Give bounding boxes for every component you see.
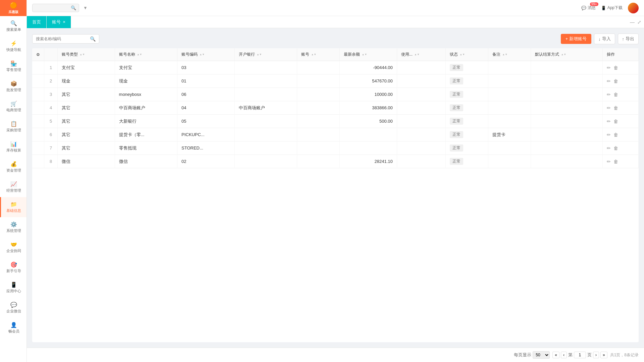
col-account-name[interactable]: 账号名称 ▲▼: [115, 48, 177, 61]
messages-button[interactable]: 💬 消息 99+: [581, 5, 596, 11]
col-usage[interactable]: 使用... ▲▼: [397, 48, 445, 61]
import-label: 导入: [602, 36, 611, 42]
page-label: 页: [587, 352, 592, 358]
sidebar-item-finance-mgmt[interactable]: 💰资金管理: [0, 157, 26, 177]
topbar-dropdown-icon[interactable]: ▼: [83, 5, 88, 10]
account-search-input[interactable]: [36, 37, 90, 41]
export-button[interactable]: ↑ 导出: [618, 34, 639, 44]
delete-button-0[interactable]: 🗑: [613, 65, 618, 70]
sidebar-icon-basic-info: 📁: [10, 201, 17, 207]
row-settings-1: [32, 74, 44, 88]
last-page-button[interactable]: »: [600, 352, 607, 358]
row-num-0: 1: [44, 61, 58, 74]
tab-minimize-button[interactable]: —: [630, 19, 635, 25]
col-account-type[interactable]: 账号类型 ▲▼: [58, 48, 115, 61]
row-balance-6: [340, 141, 397, 155]
edit-button-1[interactable]: ✏: [607, 78, 611, 84]
col-account-no[interactable]: 账号 ▲▼: [297, 48, 340, 61]
topbar-search[interactable]: 🔍: [32, 4, 79, 12]
sidebar-item-system-mgmt[interactable]: ⚙️系统管理: [0, 217, 26, 237]
sidebar-item-wholesale-mgmt[interactable]: 📦批发管理: [0, 76, 26, 97]
sidebar-icon-search-menu: 🔍: [10, 20, 17, 26]
edit-button-3[interactable]: ✏: [607, 105, 611, 111]
sidebar-label-quick-nav: 快捷导航: [6, 47, 21, 52]
delete-button-7[interactable]: 🗑: [613, 159, 618, 164]
sort-icon-account-name: ▲▼: [137, 53, 142, 56]
sidebar-item-new-guide[interactable]: 🎯新手引导: [0, 257, 26, 278]
delete-button-5[interactable]: 🗑: [613, 132, 618, 137]
current-page-input[interactable]: [574, 352, 586, 358]
first-page-button[interactable]: «: [552, 352, 559, 358]
tab-home[interactable]: 首页: [27, 16, 47, 28]
row-remark-1: [488, 74, 531, 88]
add-account-button[interactable]: + 新增账号: [561, 34, 591, 44]
col-bank[interactable]: 开户银行 ▲▼: [234, 48, 297, 61]
sidebar-item-ecommerce-mgmt[interactable]: 🛒电商管理: [0, 97, 26, 117]
sidebar-label-new-guide: 新手引导: [6, 268, 21, 274]
delete-button-3[interactable]: 🗑: [613, 105, 618, 111]
edit-button-0[interactable]: ✏: [607, 65, 611, 70]
row-remark-3: [488, 101, 531, 115]
sidebar-item-enterprise-wechat[interactable]: 💬企业微信: [0, 298, 26, 318]
import-button[interactable]: ↓ 导入: [594, 34, 615, 44]
sidebar-item-operation-mgmt[interactable]: 📈经营管理: [0, 177, 26, 197]
row-account-type-6: 其它: [58, 141, 115, 155]
sidebar-icon-wholesale-mgmt: 📦: [10, 80, 17, 87]
sidebar-label-enterprise-wechat: 企业微信: [6, 309, 21, 314]
col-remark[interactable]: 备注 ▲▼: [488, 48, 531, 61]
sidebar-label-retail-mgmt: 零售管理: [6, 67, 21, 72]
col-settings[interactable]: ⚙: [32, 48, 44, 61]
edit-button-5[interactable]: ✏: [607, 132, 611, 137]
col-account-code[interactable]: 账号编码 ▲▼: [177, 48, 235, 61]
accounts-table-container: ⚙ 账号类型 ▲▼ 账号名称 ▲▼ 账号编码 ▲▼: [32, 48, 639, 342]
row-account-type-4: 其它: [58, 115, 115, 128]
edit-button-4[interactable]: ✏: [607, 119, 611, 124]
sidebar-icon-quick-nav: ⚡: [10, 40, 17, 47]
sidebar-item-purchase-mgmt[interactable]: 📋采购管理: [0, 117, 26, 137]
row-num-4: 5: [44, 115, 58, 128]
col-default-settlement[interactable]: 默认结算方式 ▲▼: [531, 48, 603, 61]
sidebar-item-quick-nav[interactable]: ⚡快捷导航: [0, 36, 26, 56]
row-account-type-2: 其它: [58, 88, 115, 101]
accounts-table: ⚙ 账号类型 ▲▼ 账号名称 ▲▼ 账号编码 ▲▼: [32, 48, 639, 168]
user-avatar[interactable]: [628, 3, 639, 13]
account-search-box[interactable]: 🔍: [32, 34, 99, 44]
sidebar-item-member[interactable]: 👤畅会员: [0, 318, 26, 338]
topbar-search-input[interactable]: [35, 6, 71, 10]
sidebar-label-search-menu: 搜索菜单: [6, 27, 21, 32]
delete-button-2[interactable]: 🗑: [613, 92, 618, 97]
col-status[interactable]: 状态 ▲▼: [445, 48, 488, 61]
delete-button-1[interactable]: 🗑: [613, 78, 618, 84]
row-bank-4: [234, 115, 297, 128]
sidebar-item-basic-info[interactable]: 📁基础信息: [0, 197, 26, 217]
row-account-type-5: 其它: [58, 128, 115, 141]
delete-button-4[interactable]: 🗑: [613, 119, 618, 124]
next-page-button[interactable]: ›: [593, 352, 599, 358]
delete-button-6[interactable]: 🗑: [613, 145, 618, 151]
tab-accounts-close[interactable]: ✕: [63, 20, 65, 24]
sidebar-item-enterprise-agreement[interactable]: 🤝企业协同: [0, 237, 26, 257]
app-download-button[interactable]: 📱 App下载: [601, 5, 623, 11]
tab-accounts[interactable]: 账号 ✕: [47, 16, 71, 28]
content-area: 🔍 + 新增账号 ↓ 导入 ↑ 导出: [27, 28, 644, 348]
col-balance[interactable]: 最新余额 ▲▼: [340, 48, 397, 61]
prev-page-button[interactable]: ‹: [561, 352, 567, 358]
row-account-code-5: PICKUPC...: [177, 128, 235, 141]
row-usage-6: [397, 141, 445, 155]
sidebar-icon-purchase-mgmt: 📋: [10, 121, 17, 127]
row-remark-0: [488, 61, 531, 74]
sidebar-label-operation-mgmt: 经营管理: [6, 188, 21, 193]
edit-button-7[interactable]: ✏: [607, 159, 611, 164]
page-size-select-input[interactable]: 50 10 20 100: [533, 351, 550, 359]
tab-expand-button[interactable]: ⤢: [637, 19, 641, 25]
sidebar-item-app-center[interactable]: 📱应用中心: [0, 278, 26, 298]
table-body: 1 支付宝 支付宝 03 -90444.00 正常 ✏ 🗑 2 现金 现金 01: [32, 61, 639, 168]
sidebar-label-ecommerce-mgmt: 电商管理: [6, 108, 21, 113]
sidebar-item-search-menu[interactable]: 🔍搜索菜单: [0, 16, 26, 36]
row-default-settlement-7: [531, 155, 603, 168]
edit-button-6[interactable]: ✏: [607, 145, 611, 151]
edit-button-2[interactable]: ✏: [607, 92, 611, 97]
row-settings-5: [32, 128, 44, 141]
sidebar-item-retail-mgmt[interactable]: 🏪零售管理: [0, 56, 26, 76]
sidebar-item-inventory-check[interactable]: 📊库存核算: [0, 137, 26, 157]
